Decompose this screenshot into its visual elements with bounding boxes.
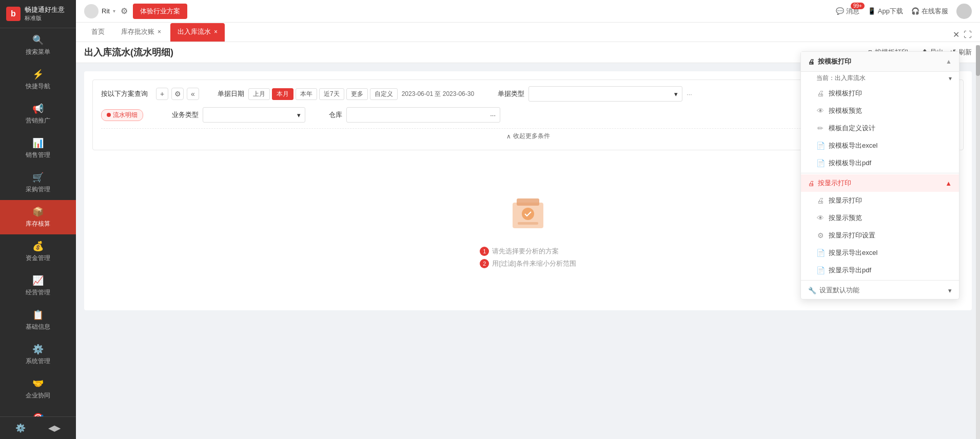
main-area: Rit ▾ ⚙ 体验行业方案 💬 消息 99+ 📱 App下载 🎧 在线客服: [76, 0, 980, 439]
excel-icon-dp2: 📄: [816, 249, 825, 257]
sidebar-item-system[interactable]: ⚙️系统管理: [0, 337, 76, 372]
doc-type-select[interactable]: ▾: [528, 86, 682, 102]
online-service-action[interactable]: 🎧 在线客服: [911, 7, 948, 16]
dp-display-excel-label: 按显示导出excel: [829, 248, 877, 257]
dp-item-template-preview[interactable]: 👁 按模板预览: [801, 102, 959, 119]
biz-type-group: 业务类型 ▾: [172, 107, 305, 123]
sidebar-item-operation[interactable]: 📈经营管理: [0, 269, 76, 303]
tool-icon: 🔧: [808, 287, 816, 294]
sidebar-label-marketing: 营销推广: [26, 116, 50, 125]
active-tag[interactable]: 流水明细: [101, 109, 143, 121]
app-download-action[interactable]: 📱 App下载: [868, 7, 903, 16]
expand-icon[interactable]: ⛶: [964, 30, 972, 39]
chevron-down-icon-doc: ▾: [674, 90, 678, 98]
dp-footer[interactable]: 🔧 设置默认功能 ▾: [801, 282, 959, 299]
phone-icon: 📱: [868, 7, 876, 15]
sidebar-item-sales[interactable]: 📊销售管理: [0, 131, 76, 166]
dp-item-template-pdf[interactable]: 📄 按模板导出pdf: [801, 154, 959, 172]
message-action[interactable]: 💬 消息 99+: [836, 7, 859, 16]
header-avatar[interactable]: [956, 4, 972, 19]
brand-name: 畅捷通好生意: [25, 5, 65, 14]
dp-item-display-pdf[interactable]: 📄 按显示导出pdf: [801, 262, 959, 279]
sidebar-item-marketing[interactable]: 📢营销推广: [0, 97, 76, 131]
print-icon-dp: 🖨: [808, 58, 815, 66]
tabs-bar: 首页库存批次账×出入库流水× ✕ ⛶: [76, 23, 980, 42]
dp-item-template-print[interactable]: 🖨 按模板打印: [801, 85, 959, 102]
filter-settings-btn[interactable]: ⚙: [171, 88, 184, 100]
biz-type-select[interactable]: ▾: [203, 107, 305, 123]
sidebar-icon-shortcut: ⚡: [32, 69, 44, 80]
tab-close-flow[interactable]: ×: [214, 28, 218, 35]
date-label: 单据日期: [218, 89, 244, 98]
dp-item-display-print-settings[interactable]: ⚙ 按显示打印设置: [801, 227, 959, 244]
close-tab-icon[interactable]: ✕: [953, 30, 959, 39]
dp-template-pdf-label: 按模板导出pdf: [829, 158, 871, 168]
logo-text: 畅捷通好生意 标准版: [25, 5, 65, 23]
empty-step-2-label: 用[过滤]条件来缩小分析范围: [492, 259, 576, 268]
date-btn-more[interactable]: 更多: [346, 88, 368, 100]
date-filter-group: 单据日期 上月本月本年近7天更多自定义 2023-06-01 至 2023-06…: [218, 88, 474, 100]
collapse-filter-btn[interactable]: «: [187, 88, 199, 100]
dp-item-display-excel[interactable]: 📄 按显示导出excel: [801, 244, 959, 262]
dp-display-section-header[interactable]: 🖨 按显示打印 ▲: [801, 174, 959, 192]
sidebar-label-purchase: 采购管理: [26, 185, 50, 194]
gear-icon[interactable]: ⚙: [121, 6, 128, 16]
collapse-btn[interactable]: ◀▶: [48, 423, 61, 433]
settings-btn[interactable]: ⚙️: [15, 423, 26, 433]
date-btn-this_month[interactable]: 本月: [272, 88, 293, 100]
message-icon: 💬: [836, 7, 844, 15]
sidebar-label-operation: 经营管理: [26, 288, 50, 297]
dp-item-display-preview[interactable]: 👁 按显示预览: [801, 209, 959, 227]
sidebar-icon-guide: 🎯: [32, 412, 44, 416]
dp-item-template-custom[interactable]: ✏ 模板自定义设计: [801, 119, 959, 137]
sidebar-item-basic[interactable]: 📋基础信息: [0, 303, 76, 337]
add-filter-btn[interactable]: +: [156, 88, 168, 100]
dropdown-close-arrow[interactable]: ▲: [946, 58, 952, 65]
empty-illustration: [502, 187, 554, 238]
dp-display-section-left: 🖨 按显示打印: [808, 178, 851, 188]
more-options-warehouse[interactable]: ···: [490, 111, 496, 119]
date-btn-prev_month[interactable]: 上月: [248, 88, 270, 100]
message-badge: 99+: [851, 3, 865, 9]
print-icon-dp2: 🖨: [816, 196, 825, 205]
sidebar-icon-corp: 🤝: [32, 378, 44, 389]
trial-button[interactable]: 体验行业方案: [133, 4, 187, 19]
date-btn-custom[interactable]: 自定义: [370, 88, 398, 100]
chevron-down-icon: ▾: [113, 8, 115, 14]
logo-icon: b: [6, 7, 21, 21]
sidebar-label-system: 系统管理: [26, 357, 50, 366]
tab-flow[interactable]: 出入库流水×: [170, 23, 225, 42]
user-info[interactable]: Rit ▾: [84, 4, 115, 18]
warehouse-select[interactable]: ···: [346, 107, 500, 123]
dp-display-section-label: 按显示打印: [818, 178, 851, 188]
sidebar-item-guide[interactable]: 🎯新手引导: [0, 406, 76, 416]
warehouse-group: 仓库 ···: [329, 107, 878, 123]
sidebar-item-finance[interactable]: 💰资金管理: [0, 234, 76, 269]
logo-char: b: [11, 9, 16, 18]
dp-item-display-print[interactable]: 🖨 按显示打印: [801, 192, 959, 209]
date-btn-recent7[interactable]: 近7天: [319, 88, 344, 100]
sidebar-icon-marketing: 📢: [32, 103, 44, 114]
sidebar-item-inventory[interactable]: 📦库存核算: [0, 200, 76, 234]
tab-label-home: 首页: [91, 27, 105, 36]
tab-home[interactable]: 首页: [84, 23, 112, 42]
excel-icon: 📄: [816, 142, 825, 150]
main-scrollbar[interactable]: [976, 45, 980, 439]
sidebar-item-corp[interactable]: 🤝企业协同: [0, 372, 76, 406]
sidebar-bottom: ⚙️ ◀▶: [0, 416, 76, 439]
sidebar-item-shortcut[interactable]: ⚡快捷导航: [0, 63, 76, 97]
sidebar-nav: 🔍搜索菜单⚡快捷导航📢营销推广📊销售管理🛒采购管理📦库存核算💰资金管理📈经营管理…: [0, 28, 76, 416]
sidebar-item-search[interactable]: 🔍搜索菜单: [0, 28, 76, 63]
tab-batch[interactable]: 库存批次账×: [114, 23, 168, 42]
dp-display-pdf-label: 按显示导出pdf: [829, 266, 871, 275]
sidebar-item-purchase[interactable]: 🛒采购管理: [0, 166, 76, 200]
tab-close-batch[interactable]: ×: [158, 28, 161, 35]
tab-label-batch: 库存批次账: [121, 27, 154, 36]
warehouse-label: 仓库: [329, 110, 342, 119]
dp-template-preview-label: 按模板预览: [829, 106, 862, 115]
date-btn-this_year[interactable]: 本年: [296, 88, 317, 100]
dp-display-preview-label: 按显示预览: [829, 213, 862, 223]
header-left: Rit ▾ ⚙ 体验行业方案: [84, 4, 187, 19]
dp-item-template-excel[interactable]: 📄 按模板导出excel: [801, 137, 959, 154]
more-options-doc[interactable]: ···: [687, 90, 692, 98]
